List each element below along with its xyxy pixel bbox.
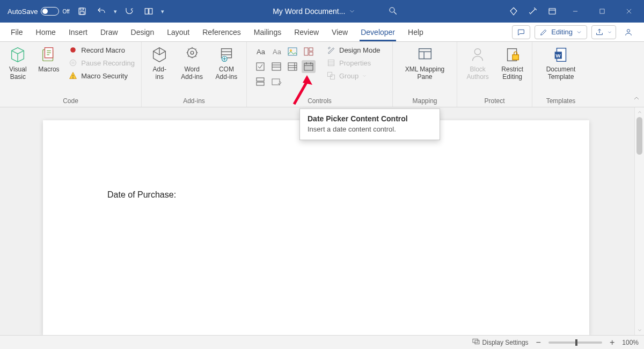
display-settings-button[interactable]: Display Settings — [472, 337, 529, 347]
tab-insert[interactable]: Insert — [62, 23, 94, 41]
tab-help[interactable]: Help — [401, 23, 430, 41]
repeating-section-control-button[interactable] — [253, 75, 267, 88]
tab-layout[interactable]: Layout — [160, 23, 196, 41]
record-macro-button[interactable]: Record Macro — [68, 45, 135, 55]
editing-label: Editing — [551, 28, 573, 36]
group-code-label: Code — [6, 97, 135, 106]
group-protect: Block Authors Restrict Editing Protect — [457, 42, 532, 107]
combobox-control-button[interactable] — [269, 60, 283, 73]
share-button[interactable] — [591, 25, 616, 39]
tab-file[interactable]: File — [4, 23, 30, 41]
picture-control-button[interactable] — [286, 45, 299, 58]
zoom-out-button[interactable]: − — [536, 338, 541, 347]
profile-button[interactable] — [620, 25, 636, 39]
svg-rect-53 — [328, 60, 334, 66]
redo-button[interactable] — [122, 4, 136, 18]
tooltip: Date Picker Content Control Insert a dat… — [299, 108, 440, 140]
autosave-label: AutoSave — [8, 8, 38, 16]
collapse-ribbon-button[interactable] — [632, 94, 641, 105]
svg-rect-35 — [257, 63, 264, 70]
vertical-scrollbar[interactable] — [634, 107, 644, 335]
svg-rect-50 — [257, 78, 264, 81]
group-templates: W Document Template Templates — [532, 42, 589, 107]
wand-icon[interactable] — [526, 4, 540, 18]
checkbox-control-button[interactable] — [253, 60, 267, 73]
date-picker-control-button[interactable] — [302, 60, 316, 73]
rich-text-control-button[interactable]: Aa — [253, 45, 267, 58]
design-mode-icon — [326, 45, 336, 55]
scroll-up-icon[interactable] — [635, 107, 644, 117]
diamond-icon[interactable] — [507, 4, 521, 18]
autosave-toggle[interactable]: AutoSave Off — [8, 7, 70, 16]
xml-mapping-button[interactable]: XML Mapping Pane — [400, 45, 450, 81]
svg-point-5 — [390, 8, 394, 12]
visual-basic-button[interactable]: Visual Basic — [6, 45, 30, 81]
svg-point-16 — [70, 47, 76, 53]
maximize-button[interactable] — [591, 0, 613, 23]
tab-developer[interactable]: Developer — [354, 23, 401, 41]
close-button[interactable] — [618, 0, 640, 23]
addins-button[interactable]: Add- ins — [148, 45, 171, 81]
record-macro-label: Record Macro — [81, 46, 125, 54]
svg-rect-30 — [288, 48, 297, 55]
tab-view[interactable]: View — [325, 23, 354, 41]
undo-button[interactable] — [94, 4, 108, 18]
group-label: Group — [339, 72, 358, 80]
svg-text:Aa: Aa — [257, 48, 266, 56]
quick-access-button[interactable] — [142, 4, 156, 18]
tab-design[interactable]: Design — [125, 23, 161, 41]
svg-rect-56 — [328, 72, 332, 77]
design-mode-button[interactable]: Design Mode — [326, 45, 380, 55]
com-addins-button[interactable]: COM Add-ins — [213, 45, 240, 81]
search-button[interactable] — [388, 6, 398, 17]
addins-icon — [150, 45, 169, 64]
editing-mode-button[interactable]: Editing — [535, 25, 587, 39]
tab-mailings[interactable]: Mailings — [247, 23, 288, 41]
svg-rect-51 — [257, 82, 264, 85]
zoom-slider[interactable] — [548, 341, 602, 344]
svg-rect-58 — [419, 49, 431, 59]
pause-recording-button: Pause Recording — [68, 58, 135, 68]
tab-draw[interactable]: Draw — [94, 23, 125, 41]
svg-rect-10 — [600, 9, 604, 13]
macros-button[interactable]: Macros — [37, 45, 61, 74]
document-title-dropdown[interactable]: My Word Document... — [273, 7, 356, 16]
status-bar: Display Settings − + 100% — [0, 335, 644, 349]
page[interactable]: Date of Purchase: — [43, 120, 589, 335]
plain-text-control-button[interactable]: Aa — [269, 45, 283, 58]
svg-rect-43 — [304, 63, 313, 70]
display-settings-label: Display Settings — [482, 339, 529, 346]
addins-label: Add- ins — [153, 66, 166, 81]
scroll-thumb[interactable] — [636, 117, 642, 155]
document-body-text: Date of Purchase: — [107, 190, 176, 200]
comments-button[interactable] — [512, 25, 530, 39]
document-template-button[interactable]: W Document Template — [540, 45, 581, 81]
macro-security-button[interactable]: Macro Security — [68, 71, 135, 81]
svg-point-17 — [70, 60, 76, 66]
zoom-in-button[interactable]: + — [610, 338, 614, 347]
minimize-button[interactable] — [565, 0, 586, 23]
zoom-level[interactable]: 100% — [622, 339, 639, 346]
properties-button: Properties — [326, 58, 380, 68]
legacy-tools-button[interactable] — [269, 75, 283, 88]
scroll-down-icon[interactable] — [635, 325, 644, 335]
tooltip-body: Insert a date content control. — [308, 125, 432, 133]
word-addins-button[interactable]: Word Add-ins — [179, 45, 206, 81]
visual-basic-icon — [8, 45, 27, 64]
autosave-state: Off — [62, 9, 69, 14]
ribbon: Visual Basic Macros Record Macro Pause R… — [0, 42, 644, 107]
scroll-track[interactable] — [635, 117, 644, 325]
building-block-control-button[interactable] — [302, 45, 316, 58]
group-addins: Add- ins Word Add-ins COM Add-ins Add-in… — [142, 42, 247, 107]
record-icon — [68, 45, 78, 55]
dropdown-control-button[interactable] — [286, 60, 299, 73]
titlebar: AutoSave Off ▾ ▾ My Word Document... — [0, 0, 644, 23]
word-addins-label: Word Add-ins — [181, 66, 203, 81]
tab-review[interactable]: Review — [288, 23, 325, 41]
tab-home[interactable]: Home — [30, 23, 62, 41]
group-addins-label: Add-ins — [148, 97, 240, 106]
tab-references[interactable]: References — [196, 23, 247, 41]
save-button[interactable] — [75, 4, 89, 18]
app-window-icon[interactable] — [545, 4, 559, 18]
restrict-editing-button[interactable]: Restrict Editing — [499, 45, 525, 81]
